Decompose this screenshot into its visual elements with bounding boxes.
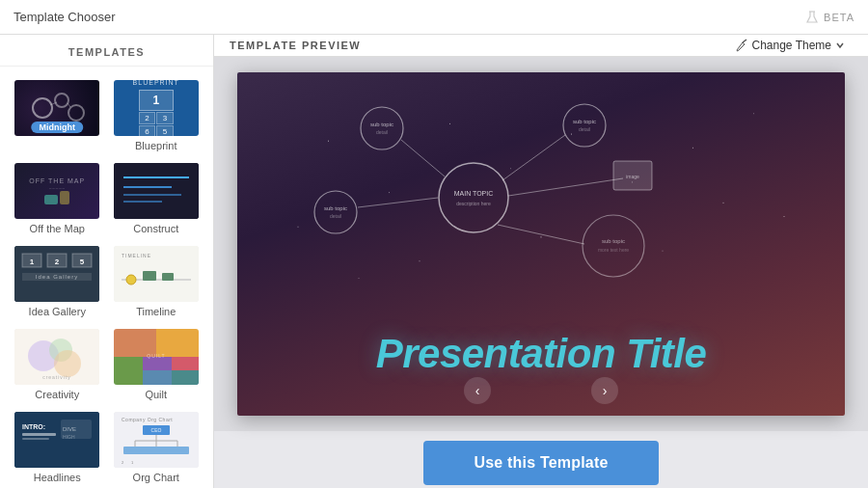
svg-line-65 — [502, 135, 565, 180]
template-label-construct: Construct — [133, 223, 178, 234]
brush-icon — [735, 39, 748, 52]
template-label-orgchart: Org Chart — [133, 472, 179, 483]
svg-rect-23 — [143, 271, 156, 281]
template-label-quilt: Quilt — [145, 389, 167, 400]
sidebar-section-title: TEMPLATES — [0, 35, 213, 67]
template-thumb-offthemap: OFF THE MAP ~~~~~ — [14, 163, 99, 219]
svg-point-28 — [54, 350, 81, 377]
svg-text:Idea Gallery: Idea Gallery — [36, 274, 78, 280]
headlines-thumb-svg: INTRO: DIVE HIGH — [14, 412, 99, 468]
ideagallery-thumb-svg: 1 2 5 Idea Gallery — [14, 246, 99, 302]
svg-rect-32 — [114, 357, 143, 385]
orgchart-thumb-svg: Company Org Chart CEO 2 1 — [114, 412, 199, 468]
template-thumb-creativity: creativity — [14, 329, 99, 385]
quilt-thumb-svg: QUILT — [114, 329, 199, 385]
svg-rect-54 — [123, 447, 147, 454]
template-label-timeline: Timeline — [136, 306, 176, 317]
template-item-midnight[interactable]: Midnight — [8, 74, 107, 157]
slide-preview: MAIN TOPIC description here sub topic de… — [237, 72, 845, 416]
change-theme-button[interactable]: Change Theme — [727, 35, 854, 56]
template-thumb-timeline: TIMELINE — [114, 246, 199, 302]
svg-rect-24 — [162, 273, 174, 281]
template-thumb-midnight: Midnight — [14, 80, 99, 136]
svg-line-61 — [743, 40, 746, 42]
template-thumb-ideagallery: 1 2 5 Idea Gallery — [14, 246, 99, 302]
slide-next-button[interactable]: › — [591, 377, 618, 404]
template-item-blueprint[interactable]: BLUEPRINT 1 2 3 6 5 Blueprint — [107, 74, 206, 157]
svg-line-72 — [498, 225, 584, 244]
template-thumb-quilt: QUILT — [114, 329, 199, 385]
svg-text:INTRO:: INTRO: — [22, 423, 45, 430]
template-item-offthemap[interactable]: OFF THE MAP ~~~~~ Off the Map — [8, 157, 107, 240]
svg-text:image: image — [626, 174, 639, 179]
svg-rect-36 — [172, 370, 199, 385]
svg-text:Company Org Chart: Company Org Chart — [122, 417, 173, 422]
slide-preview-area: MAIN TOPIC description here sub topic de… — [214, 57, 868, 431]
svg-text:DIVE: DIVE — [63, 426, 76, 432]
template-item-ideagallery[interactable]: 1 2 5 Idea Gallery Idea Gallery — [8, 240, 107, 323]
svg-rect-34 — [143, 357, 172, 370]
selected-badge-midnight: Midnight — [32, 122, 84, 133]
svg-text:sub topic: sub topic — [370, 122, 393, 127]
svg-text:sub topic: sub topic — [602, 238, 625, 244]
svg-point-62 — [439, 163, 508, 232]
svg-text:more text here: more text here — [598, 247, 629, 253]
template-grid: Midnight BLUEPRINT 1 2 3 6 5 — [0, 67, 213, 488]
template-label-ideagallery: Idea Gallery — [29, 306, 86, 317]
slide-presentation-title: Presentation Title — [237, 331, 845, 377]
template-item-timeline[interactable]: TIMELINE Timeline — [107, 240, 206, 323]
content-header: TEMPLATE PREVIEW Change Theme — [214, 35, 868, 57]
template-item-creativity[interactable]: creativity Creativity — [8, 323, 107, 406]
slide-prev-button[interactable]: ‹ — [464, 377, 491, 404]
svg-text:2: 2 — [55, 258, 60, 266]
svg-rect-41 — [22, 438, 49, 440]
template-item-orgchart[interactable]: Company Org Chart CEO 2 1 — [107, 406, 206, 488]
template-thumb-construct — [114, 163, 199, 219]
template-item-headlines[interactable]: INTRO: DIVE HIGH Headlines — [8, 406, 107, 488]
flask-icon — [805, 11, 819, 24]
svg-text:sub topic: sub topic — [573, 119, 596, 124]
template-sidebar: TEMPLATES Midnight — [0, 35, 214, 488]
app-title: Template Chooser — [14, 10, 116, 24]
svg-rect-56 — [166, 447, 189, 454]
beta-badge: BETA — [805, 11, 854, 24]
svg-text:detail: detail — [376, 129, 388, 135]
template-label-creativity: Creativity — [35, 389, 79, 400]
template-thumb-headlines: INTRO: DIVE HIGH — [14, 412, 99, 468]
template-item-quilt[interactable]: QUILT Quilt — [107, 323, 206, 406]
beta-label: BETA — [824, 12, 854, 23]
app-header: Template Chooser BETA — [0, 0, 868, 35]
preview-section-title: TEMPLATE PREVIEW — [230, 40, 361, 51]
svg-text:sub topic: sub topic — [324, 205, 347, 211]
svg-rect-40 — [22, 433, 56, 436]
svg-rect-35 — [172, 357, 199, 370]
change-theme-label: Change Theme — [752, 39, 832, 52]
svg-point-1 — [55, 94, 68, 107]
svg-line-4 — [68, 103, 70, 107]
svg-text:description here: description here — [456, 201, 491, 206]
svg-line-76 — [401, 140, 445, 176]
template-label-blueprint: Blueprint — [135, 140, 176, 151]
svg-rect-55 — [145, 447, 168, 454]
template-item-construct[interactable]: Construct — [107, 157, 206, 240]
svg-text:1: 1 — [30, 258, 35, 266]
svg-point-0 — [33, 98, 52, 118]
use-template-button[interactable]: Use this Template — [423, 441, 658, 485]
template-thumb-orgchart: Company Org Chart CEO 2 1 — [114, 412, 199, 468]
svg-text:HIGH: HIGH — [63, 434, 75, 440]
template-thumb-blueprint: BLUEPRINT 1 2 3 6 5 — [114, 80, 199, 136]
svg-text:detail: detail — [579, 126, 590, 132]
template-label-offthemap: Off the Map — [30, 223, 85, 234]
content-area: TEMPLATE PREVIEW Change Theme M — [214, 35, 868, 488]
svg-text:TIMELINE: TIMELINE — [122, 253, 151, 258]
mindmap-svg: MAIN TOPIC description here sub topic de… — [285, 82, 671, 294]
svg-text:creativity: creativity — [42, 374, 71, 380]
svg-rect-5 — [114, 163, 199, 219]
svg-point-66 — [563, 104, 606, 147]
construct-thumb-svg — [114, 163, 199, 219]
chevron-down-icon — [835, 41, 845, 50]
svg-text:5: 5 — [80, 258, 85, 266]
svg-point-81 — [314, 191, 357, 233]
svg-text:MAIN TOPIC: MAIN TOPIC — [454, 190, 494, 197]
svg-point-77 — [361, 107, 403, 149]
